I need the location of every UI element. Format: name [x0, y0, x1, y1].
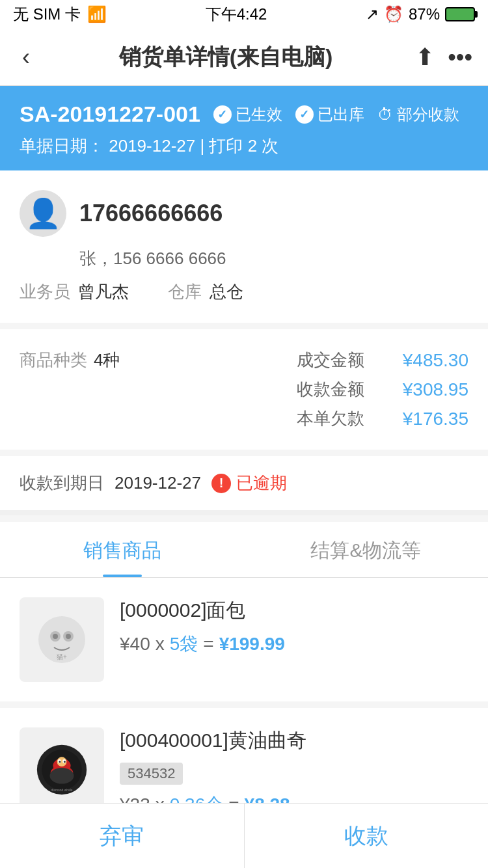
due-date-label: 收款到期日	[20, 472, 104, 495]
more-button[interactable]: •••	[448, 44, 472, 71]
wifi-icon: 📶	[87, 5, 107, 23]
svg-point-4	[66, 634, 71, 639]
avatar-icon: 👤	[25, 197, 61, 230]
customer-section: 👤 17666666666 张，156 6666 6666 业务员 曾凡杰 仓库…	[0, 170, 488, 323]
cancel-label: 弃审	[100, 821, 144, 851]
deal-amount-label: 成交金额	[297, 349, 364, 372]
salesperson-value: 曾凡杰	[78, 280, 129, 303]
status-partial: ⏱ 部分收款	[377, 104, 459, 125]
check-icon-1: ✓	[213, 105, 232, 124]
svg-point-3	[53, 634, 58, 639]
avatar: 👤	[20, 190, 66, 237]
clock-icon: ⏱	[377, 105, 393, 124]
owed-label: 本单欠款	[297, 407, 364, 430]
salesperson-label: 业务员	[20, 280, 70, 303]
tab-sales-products[interactable]: 销售商品	[0, 522, 244, 577]
share-button[interactable]: ⬆	[415, 44, 435, 71]
svg-text:diamond whale: diamond whale	[51, 789, 72, 792]
status-partial-label: 部分收款	[397, 104, 459, 125]
svg-point-15	[64, 761, 66, 763]
product-item: 猫+ [0000002]面包 ¥40 x 5袋 = ¥199.99	[0, 578, 488, 701]
warehouse-meta: 仓库 总仓	[168, 280, 243, 303]
header-date-row: 单据日期： 2019-12-27 | 打印 2 次	[20, 135, 468, 157]
product-tag-2: 534532	[120, 763, 183, 785]
warehouse-value: 总仓	[210, 280, 243, 303]
svg-point-11	[50, 768, 74, 784]
customer-id: 17666666666	[79, 200, 223, 227]
owed-value: ¥176.35	[384, 409, 468, 429]
svg-text:猫+: 猫+	[57, 653, 67, 660]
status-effective: ✓ 已生效	[213, 104, 282, 125]
location-icon: ↗	[366, 5, 379, 23]
category-value: 4种	[94, 349, 120, 372]
confirm-button[interactable]: 收款	[245, 804, 489, 868]
salesperson-meta: 业务员 曾凡杰	[20, 280, 129, 303]
tabs-section: 销售商品 结算&物流等	[0, 522, 488, 578]
received-label: 收款金额	[297, 378, 364, 401]
confirm-label: 收款	[344, 821, 388, 851]
deal-amount-row: 成交金额 ¥485.30	[297, 349, 468, 372]
products-section: 猫+ [0000002]面包 ¥40 x 5袋 = ¥199.99	[0, 578, 488, 837]
overdue-badge: ! 已逾期	[211, 472, 287, 495]
owed-row: 本单欠款 ¥176.35	[297, 407, 468, 430]
status-time: 下午4:42	[206, 4, 267, 25]
warehouse-label: 仓库	[168, 280, 202, 303]
received-row: 收款金额 ¥308.95	[297, 378, 468, 401]
product-image-2: diamond whale	[20, 727, 104, 812]
order-number: SA-20191227-001	[20, 102, 200, 127]
category-label: 商品种类	[20, 349, 87, 372]
product-total-1: ¥199.99	[219, 634, 285, 655]
stats-left: 商品种类 4种	[20, 349, 120, 372]
battery-text: 87%	[409, 5, 440, 23]
product-name-1: [0000002]面包	[120, 597, 468, 624]
customer-contact: 张，156 6666 6666	[20, 247, 468, 270]
customer-row: 👤 17666666666	[20, 190, 468, 237]
header-banner: SA-20191227-001 ✓ 已生效 ✓ 已出库 ⏱ 部分收款 单据日期：…	[0, 86, 488, 170]
product-name-2: [000400001]黄油曲奇	[120, 727, 468, 754]
bottom-bar: 弃审 收款	[0, 803, 488, 868]
nav-bar: ‹ 销货单详情(来自电脑) ⬆ •••	[0, 29, 488, 86]
product-image-1: 猫+	[20, 597, 104, 682]
product-price-row-1: ¥40 x 5袋 = ¥199.99	[120, 632, 468, 657]
nav-right-actions: ⬆ •••	[415, 44, 472, 71]
product-qty-1: 5袋	[170, 632, 198, 657]
carrier-text: 无 SIM 卡	[13, 4, 81, 25]
due-date-section: 收款到期日 2019-12-27 ! 已逾期	[0, 456, 488, 515]
product-price-1: ¥40	[120, 634, 150, 655]
status-shipped: ✓ 已出库	[295, 104, 364, 125]
product-image-icon-2: diamond whale	[36, 744, 88, 796]
order-date: 2019-12-27	[109, 136, 195, 156]
back-button[interactable]: ‹	[16, 37, 36, 77]
check-icon-2: ✓	[295, 105, 314, 124]
battery-icon	[445, 7, 475, 21]
product-category-count: 商品种类 4种	[20, 349, 120, 372]
product-info-1: [0000002]面包 ¥40 x 5袋 = ¥199.99	[120, 597, 468, 657]
stats-section: 商品种类 4种 成交金额 ¥485.30 收款金额 ¥308.95 本单欠款 ¥…	[0, 329, 488, 450]
received-value: ¥308.95	[384, 379, 468, 400]
status-left: 无 SIM 卡 📶	[13, 4, 107, 25]
order-status-row: SA-20191227-001 ✓ 已生效 ✓ 已出库 ⏱ 部分收款	[20, 102, 468, 127]
status-effective-label: 已生效	[236, 104, 282, 125]
product-image-icon-1: 猫+	[36, 614, 88, 666]
tab-settlement[interactable]: 结算&物流等	[244, 522, 488, 577]
status-bar: 无 SIM 卡 📶 下午4:42 ↗ ⏰ 87%	[0, 0, 488, 29]
product-eq-1: =	[203, 634, 213, 655]
tab-sales-label: 销售商品	[83, 539, 161, 561]
svg-point-14	[59, 761, 61, 763]
product-x-1: x	[156, 634, 165, 655]
status-shipped-label: 已出库	[318, 104, 364, 125]
status-right: ↗ ⏰ 87%	[366, 5, 475, 23]
due-date-value: 2019-12-27	[115, 473, 201, 493]
page-title: 销货单详情(来自电脑)	[36, 42, 415, 72]
stats-right: 成交金额 ¥485.30 收款金额 ¥308.95 本单欠款 ¥176.35	[297, 349, 468, 430]
customer-meta: 业务员 曾凡杰 仓库 总仓	[20, 280, 468, 303]
overdue-text: 已逾期	[236, 472, 287, 495]
alarm-icon: ⏰	[384, 5, 403, 23]
cancel-button[interactable]: 弃审	[0, 804, 245, 868]
overdue-icon: !	[211, 474, 231, 493]
tab-settlement-label: 结算&物流等	[310, 539, 421, 561]
date-label: 单据日期：	[20, 136, 104, 156]
print-info: | 打印 2 次	[200, 136, 278, 156]
deal-amount-value: ¥485.30	[384, 350, 468, 371]
